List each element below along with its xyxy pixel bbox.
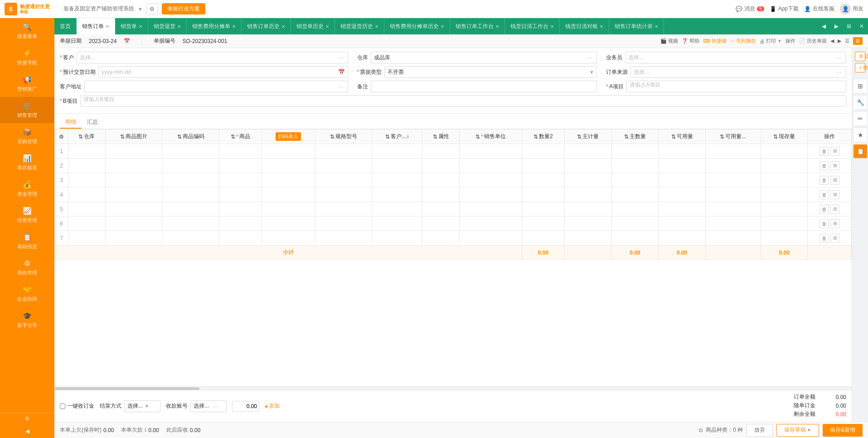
settings-icon-btn[interactable]: ⚙	[146, 3, 158, 15]
account-select[interactable]: 选择... ···	[190, 400, 227, 412]
row-copy-btn[interactable]: ⊞	[830, 190, 839, 199]
col-unit-header[interactable]: ⇅ * 销售单位	[460, 130, 522, 144]
tab-close-6[interactable]: ✕	[325, 24, 329, 29]
warehouse-input[interactable]: 成品库 ···	[371, 52, 597, 63]
tab-expand-btn[interactable]: ⊞	[843, 18, 855, 34]
online-service-item[interactable]: 👤 在线客服	[804, 5, 834, 13]
col-qty2-header[interactable]: ⇅ 数量2	[522, 130, 564, 144]
customer-input[interactable]: 选择... ···	[77, 52, 348, 63]
row-copy-btn[interactable]: ⊞	[830, 219, 839, 228]
right-icon-5[interactable]: 📋	[853, 144, 868, 159]
tab-9[interactable]: 销售订单工作台✕	[450, 18, 505, 34]
warehouse-dots[interactable]: ···	[585, 54, 594, 61]
b-project-input[interactable]: 请输入B项目	[80, 95, 846, 107]
col-settings-header[interactable]: ⚙	[55, 130, 68, 144]
row-delete-btn[interactable]: 🗑	[820, 147, 829, 156]
user-item[interactable]: 👤 用友	[840, 4, 863, 14]
view-btn[interactable]: 🎬 视频	[660, 38, 678, 44]
tab-5[interactable]: 销售订单历史✕	[242, 18, 291, 34]
row-copy-btn[interactable]: ⊞	[830, 161, 839, 170]
sidebar-item-9[interactable]: ⚙系统管理	[0, 255, 54, 281]
tab-close-1[interactable]: ✕	[106, 24, 109, 29]
nav-next-btn[interactable]: ▶	[838, 38, 841, 44]
auto-settle-checkbox[interactable]	[60, 404, 65, 409]
col-customer-code-header[interactable]: ⇅ 客户... ℹ	[372, 130, 422, 144]
row-delete-btn[interactable]: 🗑	[820, 205, 829, 214]
save-draft-btn[interactable]: 保存草稿 ▼	[776, 424, 819, 437]
shortcut-btn[interactable]: ⌨ 快捷键	[703, 38, 727, 44]
row-copy-btn[interactable]: ⊞	[830, 205, 839, 214]
row-copy-btn[interactable]: ⊞	[830, 176, 839, 185]
right-icon-4[interactable]: ★	[853, 128, 868, 142]
col-warehouse-header[interactable]: ⇅ 仓库	[68, 130, 106, 144]
staff-dots[interactable]: ···	[834, 54, 843, 61]
col-available1-header[interactable]: ⇅ 可用量	[659, 130, 706, 144]
col-code-header[interactable]: ⇅ 商品编码	[162, 130, 219, 144]
row-delete-btn[interactable]: 🗑	[820, 190, 829, 199]
tab-close-7[interactable]: ✕	[375, 24, 378, 29]
sidebar-item-10[interactable]: 🤝企业协同	[0, 281, 54, 307]
order-source-input[interactable]: 选择... ···	[630, 66, 846, 78]
tab-close-5[interactable]: ✕	[281, 24, 285, 29]
tab-summary[interactable]: 汇总	[82, 116, 103, 129]
col-stock-header[interactable]: ⇅ 现存量	[761, 130, 808, 144]
help-btn[interactable]: ❓ 帮助	[682, 38, 699, 44]
tab-close-4[interactable]: ✕	[232, 24, 236, 29]
tab-close-all-btn[interactable]: ✕	[855, 18, 868, 34]
col-main-qty-header[interactable]: ⇅ 主数量	[611, 130, 659, 144]
amount-input[interactable]	[232, 401, 259, 412]
tab-close-10[interactable]: ✕	[550, 24, 554, 29]
address-input[interactable]: ···	[84, 81, 348, 92]
col-image-header[interactable]: ⇅ 商品图片	[105, 130, 162, 144]
sidebar-item-1[interactable]: ⚡快捷导航	[0, 44, 54, 71]
row-copy-btn[interactable]: ⊞	[830, 234, 839, 243]
tab-close-11[interactable]: ✕	[600, 24, 603, 29]
tab-11[interactable]: 钱货日清对账✕	[560, 18, 609, 34]
industry-btn[interactable]: 体验行业方案	[162, 3, 205, 14]
operation-btn[interactable]: 操作	[786, 38, 795, 44]
tab-close-3[interactable]: ✕	[177, 24, 181, 29]
row-delete-btn[interactable]: 🗑	[820, 234, 829, 243]
date-value[interactable]: 2023-03-24	[89, 38, 116, 44]
row-delete-btn[interactable]: 🗑	[820, 161, 829, 170]
add-btn[interactable]: ● 添加	[265, 402, 280, 410]
tab-2[interactable]: 销货单✕	[115, 18, 148, 34]
delivery-date-input[interactable]: yyyy-mm-dd 📅	[98, 66, 348, 78]
settings-right-btn[interactable]: ⚙ 设置	[855, 52, 865, 61]
scroll-area[interactable]	[54, 386, 852, 390]
system-dropdown-icon[interactable]: ▼	[138, 6, 143, 12]
scan-btn[interactable]: 扫码录入	[276, 132, 301, 141]
row-delete-btn[interactable]: 🗑	[820, 219, 829, 228]
sidebar-item-8[interactable]: 📋基础信息	[0, 228, 54, 255]
tab-1[interactable]: 销售订单✕	[77, 18, 115, 34]
app-download-item[interactable]: 📱 App下载	[770, 5, 799, 13]
settle-mode-select[interactable]: 选择... ▼	[124, 400, 160, 412]
tab-12[interactable]: 销售订单统计表✕	[609, 18, 664, 34]
tab-detail[interactable]: 明细	[60, 116, 82, 129]
save-new-btn[interactable]: 保存&新增	[823, 424, 863, 437]
tab-7[interactable]: 销货退货历史✕	[335, 18, 384, 34]
sidebar-collapse-btn[interactable]: ◀	[0, 424, 54, 438]
col-product-header[interactable]: ⇅ * 商品	[219, 130, 262, 144]
col-main-unit-header[interactable]: ⇅ 主计量	[564, 130, 611, 144]
tab-0[interactable]: 首页	[54, 18, 77, 34]
add-material-btn[interactable]: + 物料	[855, 63, 865, 72]
sidebar-item-7[interactable]: 📈经营管理	[0, 202, 54, 228]
row-copy-btn[interactable]: ⊞	[830, 147, 839, 156]
notification-item[interactable]: 💬 消息 9	[736, 5, 764, 13]
tab-10[interactable]: 钱货日清工作台✕	[505, 18, 560, 34]
tab-6[interactable]: 销货单历史✕	[291, 18, 335, 34]
profit-btn[interactable]: ☆ 毛利预告	[730, 38, 756, 44]
sidebar-item-4[interactable]: 📦采购管理	[0, 123, 54, 149]
order-source-dots[interactable]: ···	[834, 68, 843, 76]
tab-close-9[interactable]: ✕	[495, 24, 499, 29]
right-icon-2[interactable]: 🔧	[853, 95, 868, 110]
sidebar-item-3[interactable]: 🛒销售管理	[0, 97, 54, 123]
tab-close-2[interactable]: ✕	[139, 24, 142, 29]
nav-prev-btn[interactable]: ◀	[830, 38, 834, 44]
sidebar-item-2[interactable]: 📢营销推广	[0, 71, 54, 97]
tab-close-8[interactable]: ✕	[441, 24, 444, 29]
card-view-btn[interactable]: ⊞	[853, 37, 863, 45]
tab-prev-btn[interactable]: ◀	[817, 18, 830, 34]
col-attribute-header[interactable]: ⇅ 属性	[422, 130, 460, 144]
